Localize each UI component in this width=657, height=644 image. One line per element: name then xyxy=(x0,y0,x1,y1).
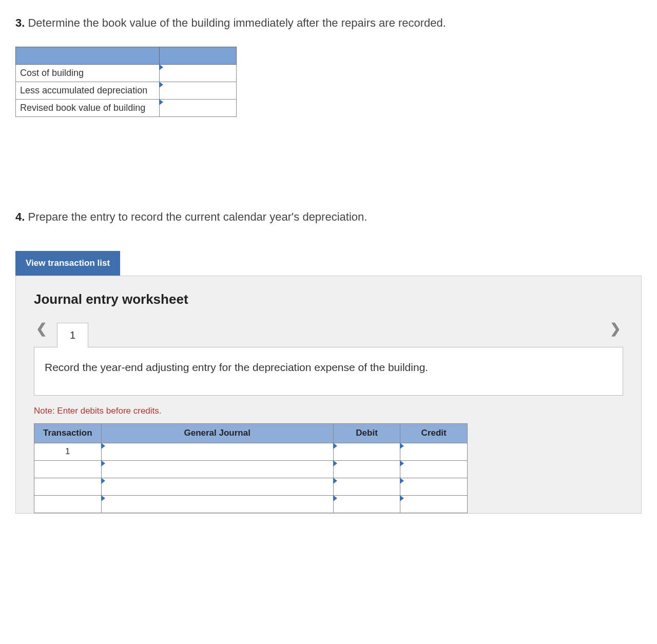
header-credit: Credit xyxy=(400,423,468,443)
question-4-number: 4. xyxy=(15,210,25,223)
header-transaction: Transaction xyxy=(34,423,102,443)
dropdown-icon xyxy=(400,495,404,501)
dropdown-icon xyxy=(400,460,404,466)
journal-header-row: Transaction General Journal Debit Credit xyxy=(34,423,468,443)
cell-debit-1[interactable] xyxy=(333,443,400,460)
question-3-number: 3. xyxy=(15,16,25,29)
bv-value-accum-dep[interactable] xyxy=(160,82,237,99)
dropdown-icon xyxy=(101,495,105,501)
dropdown-icon xyxy=(333,460,337,466)
bv-row-accum-dep: Less accumulated depreciation xyxy=(16,82,237,99)
dropdown-icon xyxy=(400,443,404,449)
header-general-journal: General Journal xyxy=(101,423,333,443)
dropdown-icon xyxy=(101,460,105,466)
question-3: 3. Determine the book value of the build… xyxy=(15,15,642,117)
next-arrow-icon[interactable]: ❯ xyxy=(608,318,623,347)
worksheet-instruction: Record the year-end adjusting entry for … xyxy=(34,347,623,396)
header-debit: Debit xyxy=(333,423,400,443)
cell-credit-4[interactable] xyxy=(400,495,468,513)
dropdown-icon xyxy=(159,99,163,105)
question-3-text: 3. Determine the book value of the build… xyxy=(15,15,642,31)
dropdown-icon xyxy=(400,478,404,484)
cell-trans-2 xyxy=(34,460,102,478)
cell-debit-2[interactable] xyxy=(333,460,400,478)
question-4: 4. Prepare the entry to record the curre… xyxy=(15,209,642,514)
cell-debit-3[interactable] xyxy=(333,478,400,495)
bv-label-accum-dep: Less accumulated depreciation xyxy=(16,82,160,99)
cell-credit-3[interactable] xyxy=(400,478,468,495)
journal-row-2 xyxy=(34,460,468,478)
bv-label-revised: Revised book value of building xyxy=(16,99,160,116)
book-value-table: Cost of building Less accumulated deprec… xyxy=(15,47,237,117)
cell-trans-3 xyxy=(34,478,102,495)
cell-gj-3[interactable] xyxy=(101,478,333,495)
bv-header-row xyxy=(16,47,237,64)
question-4-body: Prepare the entry to record the current … xyxy=(28,210,367,223)
cell-credit-2[interactable] xyxy=(400,460,468,478)
cell-trans-1: 1 xyxy=(34,443,102,460)
journal-worksheet-panel: Journal entry worksheet ❮ 1 ❯ Record the… xyxy=(15,276,642,514)
question-4-text: 4. Prepare the entry to record the curre… xyxy=(15,209,642,225)
bv-value-revised[interactable] xyxy=(160,99,237,116)
bv-row-cost: Cost of building xyxy=(16,64,237,82)
dropdown-icon xyxy=(333,478,337,484)
question-3-body: Determine the book value of the building… xyxy=(28,16,446,29)
view-transaction-list-button[interactable]: View transaction list xyxy=(15,251,120,276)
cell-credit-1[interactable] xyxy=(400,443,468,460)
cell-debit-4[interactable] xyxy=(333,495,400,513)
cell-gj-2[interactable] xyxy=(101,460,333,478)
journal-row-1: 1 xyxy=(34,443,468,460)
bv-header-blank-2 xyxy=(160,47,237,64)
dropdown-icon xyxy=(333,495,337,501)
dropdown-icon xyxy=(101,478,105,484)
journal-row-3 xyxy=(34,478,468,495)
dropdown-icon xyxy=(159,64,163,70)
worksheet-tab-row: ❮ 1 ❯ xyxy=(34,318,623,347)
dropdown-icon xyxy=(159,82,163,88)
bv-row-revised: Revised book value of building xyxy=(16,99,237,116)
cell-gj-1[interactable] xyxy=(101,443,333,460)
bv-label-cost: Cost of building xyxy=(16,64,160,82)
journal-row-4 xyxy=(34,495,468,513)
dropdown-icon xyxy=(101,443,105,449)
worksheet-note: Note: Enter debits before credits. xyxy=(34,396,623,423)
cell-gj-4[interactable] xyxy=(101,495,333,513)
journal-table: Transaction General Journal Debit Credit… xyxy=(34,423,468,513)
worksheet-title: Journal entry worksheet xyxy=(34,291,623,307)
bv-value-cost[interactable] xyxy=(160,64,237,82)
prev-arrow-icon[interactable]: ❮ xyxy=(34,318,49,347)
bv-header-blank-1 xyxy=(16,47,160,64)
cell-trans-4 xyxy=(34,495,102,513)
worksheet-tab-1[interactable]: 1 xyxy=(57,323,88,347)
dropdown-icon xyxy=(333,443,337,449)
